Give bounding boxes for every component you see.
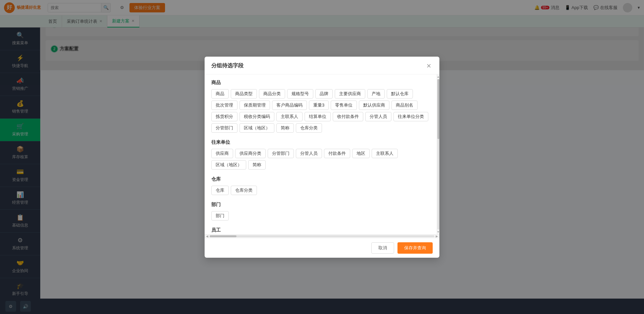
- modal-title: 分组待选字段: [211, 62, 244, 69]
- modal-close-button[interactable]: ✕: [425, 62, 433, 70]
- modal-select-fields: 分组待选字段 ✕ 商品商品商品类型商品分类规格型号品牌主要供应商产地默认仓库批次…: [205, 57, 439, 71]
- modal-overlay: 分组待选字段 ✕ 商品商品商品类型商品分类规格型号品牌主要供应商产地默认仓库批次…: [0, 0, 644, 70]
- modal-header: 分组待选字段 ✕: [205, 57, 439, 71]
